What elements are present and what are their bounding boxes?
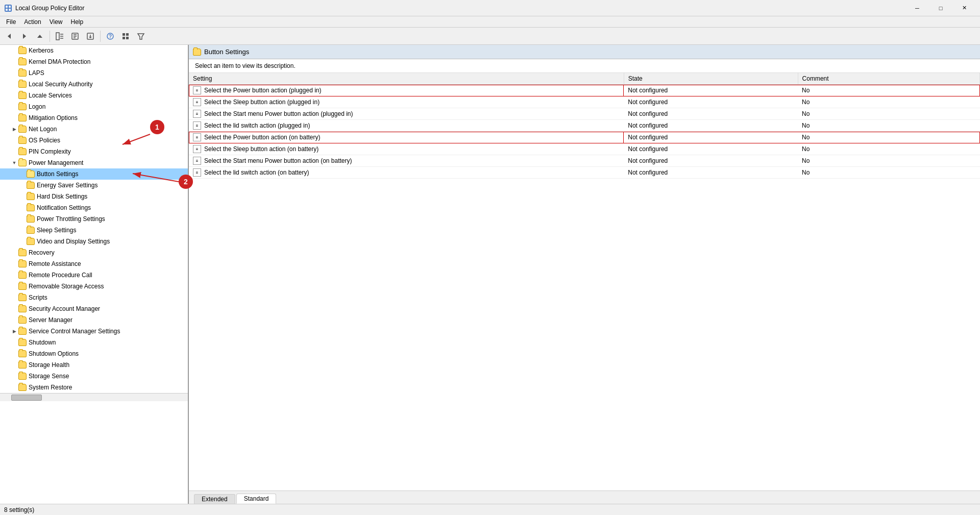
tree-item-servermgr[interactable]: Server Manager	[0, 314, 188, 326]
close-button[interactable]: ✕	[952, 0, 976, 16]
tree-item-harddisk[interactable]: Hard Disk Settings	[0, 191, 188, 202]
folder-icon	[18, 373, 27, 380]
tree-item-lsa[interactable]: Local Security Authority	[0, 79, 188, 90]
expand-icon[interactable]	[10, 69, 18, 77]
expand-icon[interactable]	[10, 350, 18, 358]
table-row[interactable]: ≡Select the Start menu Power button acti…	[189, 108, 980, 120]
help-button[interactable]: ?	[103, 30, 117, 43]
tree-item-netlogon[interactable]: ▶ Net Logon	[0, 124, 188, 135]
expand-icon[interactable]	[10, 249, 18, 257]
tree-item-video[interactable]: Video and Display Settings	[0, 236, 188, 247]
expand-icon[interactable]	[10, 80, 18, 88]
show-hide-tree-button[interactable]	[53, 30, 67, 43]
tree-item-powermgmt[interactable]: ▼ Power Management	[0, 157, 188, 168]
back-button[interactable]	[2, 30, 16, 43]
expand-icon[interactable]: ▶	[10, 327, 18, 335]
tree-item-sam[interactable]: Security Account Manager	[0, 303, 188, 314]
tree-item-scripts[interactable]: Scripts	[0, 292, 188, 303]
tree-item-laps[interactable]: LAPS	[0, 67, 188, 79]
view-button[interactable]	[118, 30, 133, 43]
tree-item-storagesense[interactable]: Storage Sense	[0, 371, 188, 382]
tree-item-sysrestore[interactable]: System Restore	[0, 382, 188, 393]
expand-icon[interactable]	[18, 204, 27, 212]
minimize-button[interactable]: ─	[905, 0, 929, 16]
tree-item-logon[interactable]: Logon	[0, 101, 188, 112]
tree-item-pin[interactable]: PIN Complexity	[0, 146, 188, 157]
expand-icon[interactable]	[10, 305, 18, 313]
tree-item-recovery[interactable]: Recovery	[0, 247, 188, 258]
expand-icon[interactable]	[10, 338, 18, 347]
expand-icon[interactable]	[18, 181, 27, 189]
up-button[interactable]	[33, 30, 47, 43]
menu-action[interactable]: Action	[20, 17, 45, 27]
col-setting[interactable]: Setting	[189, 73, 624, 85]
tree-item-removable[interactable]: Removable Storage Access	[0, 281, 188, 292]
tab-standard[interactable]: Standard	[236, 494, 277, 504]
expand-icon[interactable]	[18, 170, 27, 178]
menu-view[interactable]: View	[45, 17, 67, 27]
expand-icon[interactable]	[18, 237, 27, 246]
tree-item-energy[interactable]: Energy Saver Settings	[0, 180, 188, 191]
tab-extended[interactable]: Extended	[194, 494, 235, 504]
menu-help[interactable]: Help	[67, 17, 88, 27]
folder-icon	[18, 339, 27, 346]
tree-item-throttle[interactable]: Power Throttling Settings	[0, 213, 188, 225]
tree-item-remoteassist[interactable]: Remote Assistance	[0, 258, 188, 269]
table-row[interactable]: ≡Select the Power button action (plugged…	[189, 85, 980, 96]
tree-item-storagehealth[interactable]: Storage Health	[0, 359, 188, 371]
tree-item-shutdown[interactable]: Shutdown	[0, 337, 188, 348]
folder-icon	[18, 294, 27, 301]
expand-icon[interactable]	[10, 114, 18, 122]
tree-item-scm[interactable]: ▶ Service Control Manager Settings	[0, 326, 188, 337]
tree-hscrollbar[interactable]	[0, 393, 188, 401]
tree-item-rpc[interactable]: Remote Procedure Call	[0, 269, 188, 281]
expand-icon[interactable]	[18, 192, 27, 201]
expand-icon[interactable]	[10, 148, 18, 156]
expand-icon[interactable]: ▼	[10, 159, 18, 167]
filter-button[interactable]	[134, 30, 148, 43]
col-comment[interactable]: Comment	[798, 73, 979, 85]
settings-table[interactable]: Setting State Comment ≡Select the Power …	[189, 73, 980, 491]
expand-icon[interactable]	[10, 136, 18, 144]
table-row[interactable]: ≡Select the Power button action (on batt…	[189, 132, 980, 143]
maximize-button[interactable]: □	[929, 0, 952, 16]
expand-icon[interactable]	[10, 271, 18, 279]
expand-icon[interactable]	[10, 372, 18, 380]
tree-item-mitigation[interactable]: Mitigation Options	[0, 112, 188, 124]
expand-icon[interactable]	[10, 260, 18, 268]
expand-icon[interactable]	[18, 226, 27, 234]
expand-icon[interactable]	[18, 215, 27, 223]
expand-icon[interactable]	[10, 361, 18, 369]
expand-icon[interactable]	[10, 103, 18, 111]
export-button[interactable]	[83, 30, 97, 43]
col-state[interactable]: State	[624, 73, 798, 85]
tree-item-locale[interactable]: Locale Services	[0, 90, 188, 101]
expand-icon[interactable]: ▶	[10, 125, 18, 133]
tree-item-btnsettings[interactable]: Button Settings	[0, 168, 188, 180]
hscrollbar-thumb[interactable]	[11, 395, 42, 401]
expand-icon[interactable]	[10, 46, 18, 55]
table-row[interactable]: ≡Select the Start menu Power button acti…	[189, 155, 980, 167]
expand-icon[interactable]	[10, 58, 18, 66]
table-row[interactable]: ≡Select the Sleep button action (plugged…	[189, 96, 980, 108]
menu-file[interactable]: File	[2, 17, 20, 27]
table-row[interactable]: ≡Select the lid switch action (on batter…	[189, 167, 980, 179]
expand-icon[interactable]	[10, 293, 18, 302]
expand-icon[interactable]	[10, 383, 18, 391]
table-row[interactable]: ≡Select the lid switch action (plugged i…	[189, 120, 980, 132]
setting-state-7: Not configured	[624, 167, 798, 179]
setting-name: Select the Sleep button action (on batte…	[204, 145, 318, 153]
forward-button[interactable]	[17, 30, 32, 43]
tree-panel[interactable]: Kerberos Kernel DMA Protection LAPS Loca…	[0, 45, 189, 504]
expand-icon[interactable]	[10, 91, 18, 100]
tree-item-sleep[interactable]: Sleep Settings	[0, 225, 188, 236]
tree-item-kernel[interactable]: Kernel DMA Protection	[0, 56, 188, 67]
properties-button[interactable]	[68, 30, 82, 43]
expand-icon[interactable]	[10, 316, 18, 324]
expand-icon[interactable]	[10, 282, 18, 290]
tree-item-shutdownopts[interactable]: Shutdown Options	[0, 348, 188, 359]
tree-item-ospolicies[interactable]: OS Policies	[0, 135, 188, 146]
tree-item-kerberos[interactable]: Kerberos	[0, 45, 188, 56]
table-row[interactable]: ≡Select the Sleep button action (on batt…	[189, 143, 980, 155]
tree-item-notification[interactable]: Notification Settings	[0, 202, 188, 213]
